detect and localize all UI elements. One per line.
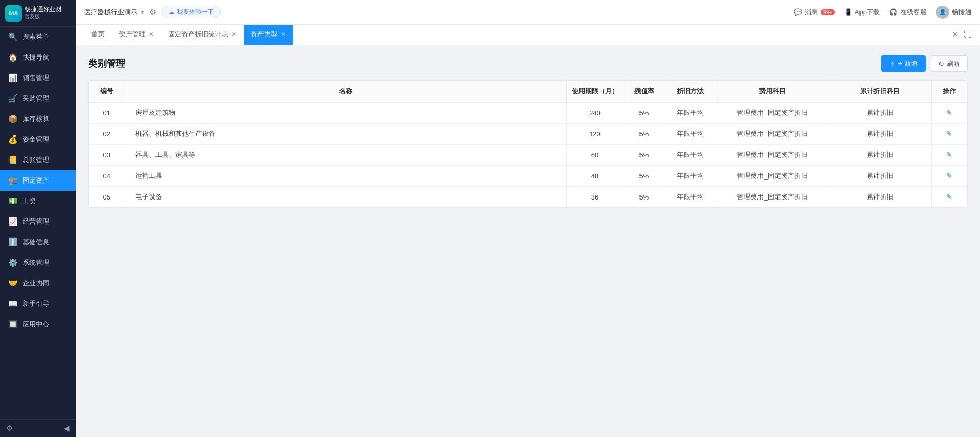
sidebar-item-ledger[interactable]: 📒 总账管理: [0, 150, 76, 170]
sidebar-item-label: 库存核算: [23, 114, 49, 124]
experience-button[interactable]: ☁ 我要体验一下: [162, 6, 221, 18]
sidebar-item-enterprise[interactable]: 🤝 企业协同: [0, 273, 76, 293]
tab-asset-mgmt[interactable]: 资产管理 ✕: [112, 25, 161, 45]
col-header-residual: 残值率: [624, 81, 665, 103]
edit-icon[interactable]: ✎: [946, 109, 952, 117]
cell-accumulated: 累计折旧: [829, 103, 931, 124]
search-icon: 🔍: [8, 32, 17, 42]
funds-icon: 💰: [8, 135, 17, 144]
tab-asset-type-label: 资产类型: [251, 30, 277, 39]
headset-icon: 🎧: [889, 8, 897, 16]
cell-expense: 管理费用_固定资产折旧: [716, 166, 829, 187]
sidebar-item-quick-nav[interactable]: 🏠 快捷导航: [0, 47, 76, 68]
basic-info-icon: ℹ️: [8, 237, 17, 247]
sidebar-nav: 🔍 搜索菜单 🏠 快捷导航 📊 销售管理 🛒 采购管理 📦 库存核算 💰 资金管…: [0, 27, 76, 419]
sidebar-item-operations[interactable]: 📈 经营管理: [0, 211, 76, 232]
online-service-button[interactable]: 🎧 在线客服: [889, 8, 927, 17]
collapse-icon[interactable]: ◀: [64, 424, 70, 433]
cell-action: ✎: [931, 166, 967, 187]
sidebar-item-label: 快捷导航: [23, 53, 49, 62]
settings-icon[interactable]: ⚙: [6, 424, 13, 433]
sidebar-item-basic-info[interactable]: ℹ️ 基础信息: [0, 232, 76, 252]
page-header: 类别管理 ＋ + 新增 ↻ 刷新: [88, 55, 968, 72]
cell-code: 01: [89, 103, 125, 124]
project-title-area: 医疗器械行业演示 ▾: [84, 8, 144, 17]
purchase-icon: 🛒: [8, 94, 17, 103]
maximize-icon[interactable]: ⛶: [964, 30, 972, 39]
cell-action: ✎: [931, 187, 967, 208]
sidebar-item-guide[interactable]: 📖 新手引导: [0, 293, 76, 314]
sidebar-item-label: 工资: [23, 196, 36, 206]
tab-home[interactable]: 首页: [84, 25, 112, 45]
cell-method: 年限平均: [665, 145, 716, 166]
topbar-right: 💬 消息 99+ 📱 App下载 🎧 在线客服 👤 畅捷通: [794, 6, 972, 19]
message-icon: 💬: [794, 8, 802, 16]
main-area: 医疗器械行业演示 ▾ ⚙ ☁ 我要体验一下 💬 消息 99+ 📱 App下载 🎧…: [76, 0, 980, 437]
operations-icon: 📈: [8, 217, 17, 226]
tab-asset-type-close[interactable]: ✕: [281, 31, 286, 38]
sidebar-item-app-center[interactable]: 🔲 应用中心: [0, 314, 76, 334]
tab-depreciation-label: 固定资产折旧统计表: [168, 30, 228, 39]
sidebar-item-search[interactable]: 🔍 搜索菜单: [0, 27, 76, 47]
sidebar-item-sales[interactable]: 📊 销售管理: [0, 68, 76, 88]
tab-home-label: 首页: [91, 30, 105, 39]
app-name: 畅捷通好业财: [25, 6, 62, 14]
sidebar-item-system[interactable]: ⚙️ 系统管理: [0, 252, 76, 273]
cell-months: 120: [566, 124, 624, 145]
sidebar-item-label: 新手引导: [23, 299, 49, 308]
edit-icon[interactable]: ✎: [946, 130, 952, 138]
cell-name: 电子设备: [125, 187, 566, 208]
guide-icon: 📖: [8, 299, 17, 308]
col-header-method: 折旧方法: [665, 81, 716, 103]
app-download-button[interactable]: 📱 App下载: [844, 8, 880, 17]
tab-depreciation-close[interactable]: ✕: [231, 31, 236, 38]
user-menu-button[interactable]: 👤 畅捷通: [936, 6, 972, 19]
online-service-label: 在线客服: [900, 8, 927, 17]
sidebar-item-inventory[interactable]: 📦 库存核算: [0, 109, 76, 129]
page-actions: ＋ + 新增 ↻ 刷新: [881, 55, 968, 72]
cell-residual: 5%: [624, 166, 665, 187]
sidebar-item-funds[interactable]: 💰 资金管理: [0, 129, 76, 150]
chevron-down-icon[interactable]: ▾: [141, 8, 144, 16]
sales-icon: 📊: [8, 73, 17, 83]
cell-expense: 管理费用_固定资产折旧: [716, 124, 829, 145]
cell-action: ✎: [931, 103, 967, 124]
cell-accumulated: 累计折旧: [829, 145, 931, 166]
inventory-icon: 📦: [8, 114, 17, 124]
cell-method: 年限平均: [665, 187, 716, 208]
cell-code: 04: [89, 166, 125, 187]
sidebar-item-label: 企业协同: [23, 279, 49, 288]
edit-icon[interactable]: ✎: [946, 151, 952, 159]
table-row: 01 房屋及建筑物 240 5% 年限平均 管理费用_固定资产折旧 累计折旧 ✎: [89, 103, 967, 124]
cell-expense: 管理费用_固定资产折旧: [716, 103, 829, 124]
sidebar-item-fixed-assets[interactable]: 🏗️ 固定资产: [0, 170, 76, 191]
tab-depreciation-table[interactable]: 固定资产折旧统计表 ✕: [161, 25, 244, 45]
tab-asset-type[interactable]: 资产类型 ✕: [244, 25, 293, 45]
sidebar-item-purchase[interactable]: 🛒 采购管理: [0, 88, 76, 109]
sidebar-bottom: ⚙ ◀: [0, 419, 76, 437]
edit-icon[interactable]: ✎: [946, 172, 952, 180]
table-row: 04 运输工具 48 5% 年限平均 管理费用_固定资产折旧 累计折旧 ✎: [89, 166, 967, 187]
tab-asset-mgmt-close[interactable]: ✕: [149, 31, 154, 38]
close-panel-icon[interactable]: ✕: [952, 30, 958, 39]
app-badge: 普及版: [25, 13, 62, 21]
topbar-gear-icon[interactable]: ⚙: [149, 7, 156, 17]
cell-residual: 5%: [624, 124, 665, 145]
sidebar-item-payroll[interactable]: 💵 工资: [0, 191, 76, 211]
cell-code: 03: [89, 145, 125, 166]
cell-code: 05: [89, 187, 125, 208]
table-container: 编号 名称 使用期限（月） 残值率 折旧方法 费用科目 累计折旧科目 操作 01…: [88, 80, 968, 208]
cell-residual: 5%: [624, 187, 665, 208]
refresh-button[interactable]: ↻ 刷新: [931, 55, 968, 72]
new-button[interactable]: ＋ + 新增: [881, 55, 926, 72]
cell-residual: 5%: [624, 103, 665, 124]
cell-name: 运输工具: [125, 166, 566, 187]
sidebar-logo: AtA 畅捷通好业财 普及版: [0, 0, 76, 27]
edit-icon[interactable]: ✎: [946, 193, 952, 201]
cell-action: ✎: [931, 145, 967, 166]
cell-accumulated: 累计折旧: [829, 187, 931, 208]
message-button[interactable]: 💬 消息 99+: [794, 8, 835, 17]
cell-months: 240: [566, 103, 624, 124]
sidebar-item-label: 资金管理: [23, 135, 49, 144]
avatar: 👤: [936, 6, 949, 19]
